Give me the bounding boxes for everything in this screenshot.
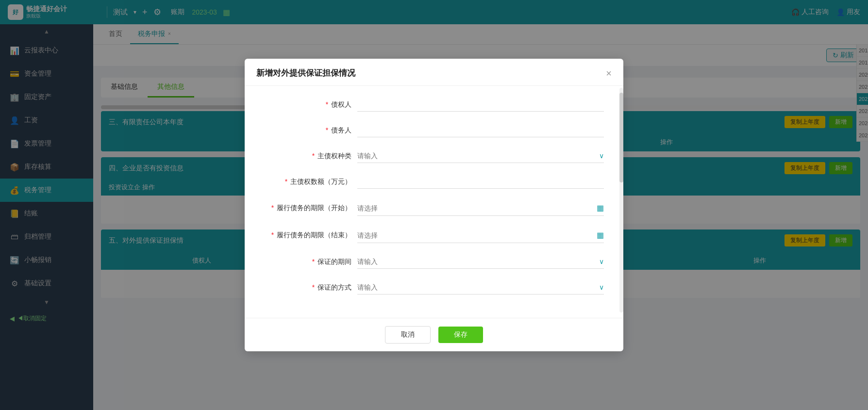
form-row-guarantee-period: * 保证的期间 ∨: [264, 255, 604, 269]
creditor-label: * 债权人: [264, 100, 351, 109]
guarantee-period-label: * 保证的期间: [264, 258, 351, 266]
main-claim-type-arrow-icon: ∨: [599, 152, 604, 160]
guarantee-method-input[interactable]: [357, 283, 599, 291]
save-button[interactable]: 保存: [438, 327, 483, 343]
main-claim-type-input[interactable]: [357, 152, 599, 160]
debtor-label-text: 债务人: [331, 126, 351, 134]
modal-dialog: 新增对外提供保证担保情况 × * 债权人 * 债务人: [245, 59, 623, 351]
guarantee-period-select[interactable]: ∨: [357, 255, 604, 269]
form-row-period-end: * 履行债务的期限（结束） ▦: [264, 228, 604, 243]
creditor-label-text: 债权人: [331, 100, 351, 108]
modal-title: 新增对外提供保证担保情况: [256, 67, 355, 79]
guarantee-method-required-mark: *: [312, 283, 315, 291]
modal-footer: 取消 保存: [245, 318, 623, 351]
debtor-required-mark: *: [326, 126, 328, 134]
period-start-cal-icon[interactable]: ▦: [597, 203, 604, 213]
period-end-input[interactable]: [357, 231, 597, 239]
app-container: 好 畅捷通好会计 旗舰版 测试 ▾ + ⚙ 账期 2023-03 ▦ 🎧 人工咨…: [0, 0, 868, 410]
main-claim-amount-input[interactable]: [357, 175, 604, 189]
creditor-required-mark: *: [326, 100, 328, 108]
modal-scrollbar-thumb: [619, 93, 623, 182]
modal-close-btn[interactable]: ×: [606, 68, 612, 78]
guarantee-method-select[interactable]: ∨: [357, 280, 604, 295]
debtor-input[interactable]: [357, 123, 604, 137]
modal-body: * 债权人 * 债务人 * 主债权种: [245, 86, 623, 318]
period-start-required-mark: *: [271, 204, 274, 212]
period-end-label: * 履行债务的期限（结束）: [264, 231, 351, 240]
form-row-main-claim-type: * 主债权种类 ∨: [264, 149, 604, 163]
guarantee-period-arrow-icon: ∨: [599, 258, 604, 265]
main-claim-type-label: * 主债权种类: [264, 152, 351, 161]
guarantee-method-label-text: 保证的方式: [317, 283, 351, 291]
period-start-date-wrapper[interactable]: ▦: [357, 200, 604, 216]
modal-scrollbar[interactable]: [619, 88, 623, 312]
period-end-required-mark: *: [271, 231, 274, 239]
guarantee-period-input[interactable]: [357, 258, 599, 265]
period-end-label-text: 履行债务的期限（结束）: [277, 231, 351, 239]
period-start-label: * 履行债务的期限（开始）: [264, 204, 351, 213]
form-row-period-start: * 履行债务的期限（开始） ▦: [264, 200, 604, 216]
main-claim-amount-label-text: 主债权数额（万元）: [290, 178, 351, 185]
main-claim-amount-label: * 主债权数额（万元）: [264, 178, 351, 186]
debtor-label: * 债务人: [264, 126, 351, 135]
main-claim-amount-required-mark: *: [285, 178, 287, 185]
form-row-creditor: * 债权人: [264, 98, 604, 112]
main-claim-type-label-text: 主债权种类: [317, 152, 351, 160]
cancel-button[interactable]: 取消: [385, 326, 431, 344]
creditor-input[interactable]: [357, 98, 604, 112]
modal-overlay[interactable]: 新增对外提供保证担保情况 × * 债权人 * 债务人: [0, 0, 868, 410]
period-start-label-text: 履行债务的期限（开始）: [277, 204, 351, 212]
period-start-input[interactable]: [357, 204, 597, 212]
main-claim-type-required-mark: *: [312, 152, 315, 160]
main-claim-type-select[interactable]: ∨: [357, 149, 604, 163]
form-row-guarantee-method: * 保证的方式 ∨: [264, 280, 604, 295]
period-end-date-wrapper[interactable]: ▦: [357, 228, 604, 243]
form-row-debtor: * 债务人: [264, 123, 604, 137]
guarantee-method-arrow-icon: ∨: [599, 283, 604, 291]
form-row-main-claim-amount: * 主债权数额（万元）: [264, 175, 604, 189]
period-end-cal-icon[interactable]: ▦: [597, 230, 604, 240]
modal-header: 新增对外提供保证担保情况 ×: [245, 59, 623, 86]
guarantee-period-required-mark: *: [312, 258, 315, 265]
guarantee-period-label-text: 保证的期间: [317, 258, 351, 265]
guarantee-method-label: * 保证的方式: [264, 283, 351, 292]
